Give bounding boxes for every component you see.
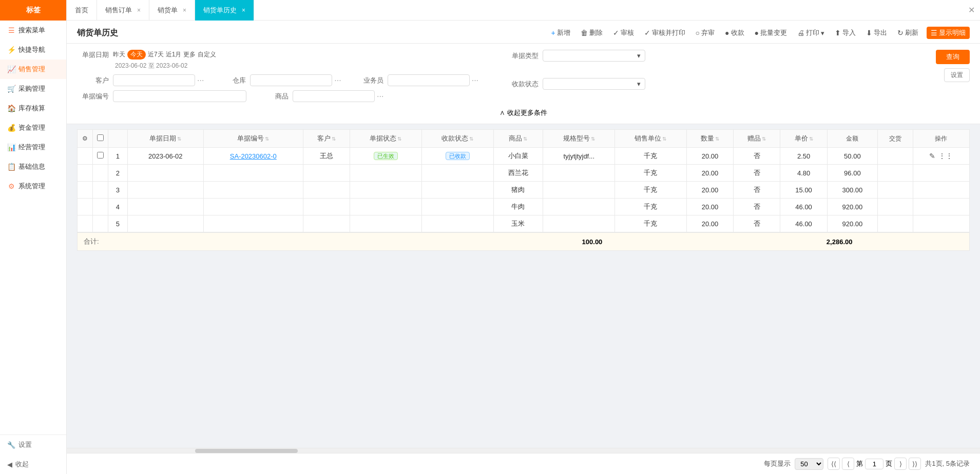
payment-select[interactable]: ▾ — [543, 78, 645, 90]
toolbar-import-btn[interactable]: ⬆ 导入 — [833, 27, 858, 38]
col-docno[interactable]: 单据编号⇅ — [203, 130, 303, 148]
agent-dots[interactable]: ··· — [472, 76, 478, 85]
doc-no-link[interactable]: SA-20230602-0 — [230, 152, 277, 160]
sidebar-bottom-collapse[interactable]: ◀ 收起 — [0, 455, 66, 474]
check-all[interactable] — [97, 134, 104, 141]
col-qty[interactable]: 数量⇅ — [686, 130, 733, 148]
toolbar-refresh-btn[interactable]: ↻ 刷新 — [895, 27, 920, 38]
scrollbar-thumb[interactable] — [195, 449, 298, 453]
filter-collapse-btn[interactable]: ∧ 收起更多条件 — [77, 108, 970, 117]
col-customer[interactable]: 客户⇅ — [303, 130, 350, 148]
goods-dots[interactable]: ··· — [377, 92, 383, 101]
date-btn-today[interactable]: 今天 — [127, 50, 146, 60]
tab-sales-order[interactable]: 销售订单 × — [97, 0, 149, 21]
col-docdate[interactable]: 单据日期⇅ — [127, 130, 203, 148]
toolbar-batch-change-btn[interactable]: ● 批量变更 — [753, 27, 789, 38]
cell-docstatus — [350, 199, 422, 215]
sidebar-bottom-settings[interactable]: 🔧 设置 — [0, 435, 66, 455]
row-check[interactable] — [97, 152, 104, 159]
cell-paymentstatus — [421, 199, 493, 215]
col-check[interactable] — [93, 130, 108, 148]
sidebar-item-search-menu[interactable]: ☰ 搜索菜单 — [0, 21, 66, 40]
tab-sales-goods[interactable]: 销货单 × — [149, 0, 195, 21]
cell-check[interactable] — [93, 199, 108, 215]
toolbar-print-btn[interactable]: 🖨 打印 ▾ — [795, 27, 827, 38]
cell-unit: 千克 — [615, 148, 687, 165]
col-spec[interactable]: 规格型号⇅ — [543, 130, 615, 148]
tab-sales-history[interactable]: 销货单历史 × — [195, 0, 254, 21]
customer-input[interactable] — [113, 74, 195, 86]
page-prev-btn[interactable]: ⟨ — [842, 458, 854, 470]
cell-docno[interactable]: SA-20230602-0 — [203, 148, 303, 165]
cell-docno — [203, 165, 303, 182]
edit-icon[interactable]: ✎ — [929, 152, 935, 160]
toolbar-export-btn[interactable]: ⬇ 导出 — [864, 27, 889, 38]
date-btn-7days[interactable]: 近7天 — [148, 50, 164, 59]
purchase-mgmt-icon: 🛒 — [7, 85, 15, 93]
col-goods[interactable]: 商品⇅ — [493, 130, 543, 148]
sidebar-item-basic-info[interactable]: 📋 基础信息 — [0, 157, 66, 176]
date-btn-more[interactable]: 更多 — [183, 50, 196, 59]
tab-sales-history-close[interactable]: × — [242, 7, 245, 14]
page-size-select[interactable]: 50 100 200 — [795, 458, 823, 470]
cell-customer — [303, 182, 350, 199]
goods-input[interactable] — [293, 90, 375, 102]
docno-input[interactable] — [113, 90, 246, 102]
more-icon[interactable]: ⋮⋮ — [938, 152, 953, 160]
col-gift[interactable]: 赠品⇅ — [734, 130, 780, 148]
tab-home[interactable]: 首页 — [67, 0, 97, 21]
cell-action — [913, 215, 969, 232]
setting-button[interactable]: 设置 — [944, 68, 970, 82]
sidebar-item-sales-mgmt[interactable]: 📈 销售管理 — [0, 60, 66, 79]
tab-sales-order-close[interactable]: × — [137, 7, 141, 14]
warehouse-input[interactable] — [250, 74, 332, 86]
doctype-select[interactable]: ▾ — [543, 50, 645, 62]
date-btn-1month[interactable]: 近1月 — [166, 50, 182, 59]
toolbar-show-details-btn[interactable]: ☰ 显示明细 — [927, 27, 970, 39]
query-button[interactable]: 查询 — [936, 50, 970, 64]
date-btn-yesterday[interactable]: 昨天 — [113, 50, 125, 59]
toolbar-delete-btn[interactable]: 🗑 删除 — [579, 27, 605, 38]
toolbar-audit-print-btn[interactable]: ✓ 审核并打印 — [642, 27, 687, 38]
sidebar-item-sys-mgmt[interactable]: ⚙ 系统管理 — [0, 176, 66, 196]
page-last-btn[interactable]: ⟩⟩ — [909, 458, 921, 470]
toolbar-new-btn[interactable]: + 新增 — [549, 27, 572, 38]
cell-goods: 西兰花 — [493, 165, 543, 182]
cell-trade — [878, 199, 913, 215]
toolbar-collect-btn[interactable]: ● 收款 — [723, 27, 746, 38]
col-paymentstatus[interactable]: 收款状态⇅ — [421, 130, 493, 148]
cell-check[interactable] — [93, 165, 108, 182]
scrollbar-area[interactable] — [67, 448, 980, 453]
date-btn-custom[interactable]: 自定义 — [198, 50, 216, 59]
col-gear[interactable]: ⚙ — [78, 130, 93, 148]
table-row: 5 玉米 千克 20.00 否 46.00 920.00 — [78, 215, 970, 232]
sidebar-item-inventory-calc[interactable]: 🏠 库存核算 — [0, 98, 66, 118]
col-unitprice[interactable]: 单价⇅ — [780, 130, 827, 148]
toolbar-abandon-btn[interactable]: ○ 弃审 — [694, 27, 717, 38]
search-menu-icon: ☰ — [7, 26, 15, 34]
customer-dots[interactable]: ··· — [197, 76, 204, 85]
cell-unit: 千克 — [615, 215, 687, 232]
tab-sales-goods-close[interactable]: × — [183, 7, 186, 14]
sidebar-item-fund-mgmt[interactable]: 💰 资金管理 — [0, 118, 66, 137]
col-docstatus[interactable]: 单据状态⇅ — [350, 130, 422, 148]
page-title: 销货单历史 — [77, 28, 118, 38]
cell-goods: 猪肉 — [493, 182, 543, 199]
tab-bar-close[interactable]: ✕ — [968, 5, 980, 15]
agent-input[interactable] — [388, 74, 470, 86]
sidebar-item-quick-nav[interactable]: ⚡ 快捷导航 — [0, 40, 66, 60]
cell-docdate — [127, 199, 203, 215]
page-next-btn[interactable]: ⟩ — [894, 458, 907, 470]
collapse-label: 收起 — [15, 460, 29, 469]
toolbar-audit-btn[interactable]: ✓ 审核 — [611, 27, 636, 38]
cell-spec — [543, 182, 615, 199]
sidebar-item-ops-mgmt[interactable]: 📊 经营管理 — [0, 137, 66, 157]
cell-check[interactable] — [93, 215, 108, 232]
warehouse-dots[interactable]: ··· — [334, 76, 341, 85]
page-first-btn[interactable]: ⟨⟨ — [828, 458, 840, 470]
page-number-input[interactable] — [865, 459, 883, 469]
col-unit[interactable]: 销售单位⇅ — [615, 130, 687, 148]
cell-check[interactable] — [93, 148, 108, 165]
cell-check[interactable] — [93, 182, 108, 199]
sidebar-item-purchase-mgmt[interactable]: 🛒 采购管理 — [0, 79, 66, 98]
